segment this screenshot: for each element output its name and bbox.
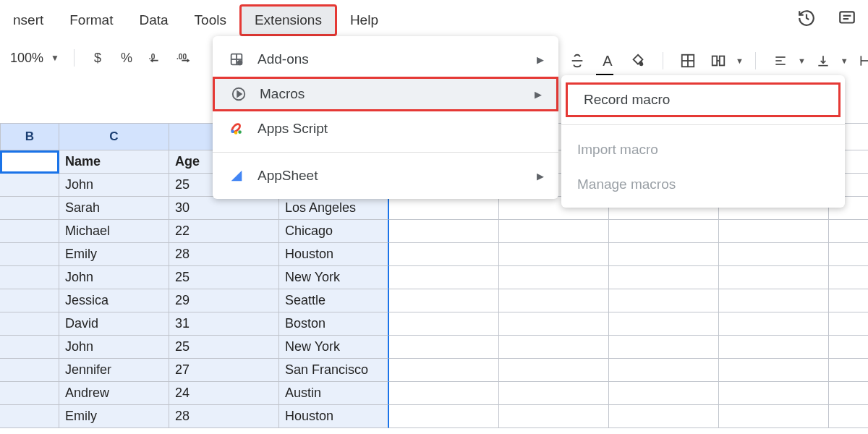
borders-button[interactable] <box>675 48 701 74</box>
cell[interactable] <box>389 405 499 428</box>
zoom-selector[interactable]: 100% ▼ <box>6 51 64 66</box>
cell[interactable] <box>499 359 609 382</box>
cell[interactable] <box>0 289 59 312</box>
cell[interactable] <box>609 359 719 382</box>
cell[interactable]: Emily <box>59 243 169 266</box>
merge-cells-button[interactable] <box>705 48 731 74</box>
cell[interactable]: Austin <box>279 382 389 405</box>
menu-tools[interactable]: Tools <box>182 7 239 34</box>
comments-icon[interactable] <box>836 7 858 29</box>
import-macro-item[interactable]: Import macro <box>561 132 845 167</box>
decrease-decimal-button[interactable]: .0 <box>142 45 169 71</box>
cell[interactable] <box>829 359 868 382</box>
manage-macros-item[interactable]: Manage macros <box>561 167 845 202</box>
cell[interactable] <box>719 405 829 428</box>
cell[interactable] <box>829 405 868 428</box>
cell[interactable]: 29 <box>169 289 279 312</box>
extensions-appsheet[interactable]: AppSheet ▶ <box>213 158 558 193</box>
menu-format[interactable]: Format <box>56 7 126 34</box>
cell[interactable] <box>829 220 868 243</box>
cell[interactable]: 28 <box>169 243 279 266</box>
cell[interactable] <box>609 289 719 312</box>
cell[interactable]: David <box>59 312 169 336</box>
cell[interactable] <box>499 220 609 243</box>
cell[interactable]: Seattle <box>279 289 389 312</box>
cell[interactable]: Boston <box>279 312 389 336</box>
cell[interactable]: 25 <box>169 336 279 359</box>
menu-help[interactable]: Help <box>337 7 391 34</box>
cell[interactable] <box>0 359 59 382</box>
cell[interactable] <box>719 359 829 382</box>
cell[interactable] <box>389 243 499 266</box>
cell[interactable] <box>389 382 499 405</box>
cell[interactable]: 30 <box>169 197 279 220</box>
cell[interactable] <box>719 220 829 243</box>
cell[interactable] <box>609 243 719 266</box>
cell[interactable] <box>389 336 499 359</box>
cell[interactable] <box>389 220 499 243</box>
cell-active[interactable] <box>0 150 59 174</box>
cell[interactable] <box>389 289 499 312</box>
cell[interactable]: 28 <box>169 405 279 428</box>
cell[interactable] <box>0 405 59 428</box>
extensions-addons[interactable]: Add-ons ▶ <box>213 42 558 77</box>
cell[interactable] <box>0 266 59 289</box>
cell[interactable] <box>0 336 59 359</box>
currency-button[interactable]: $ <box>85 45 111 71</box>
cell[interactable]: Houston <box>279 405 389 428</box>
cell[interactable]: Jennifer <box>59 359 169 382</box>
vertical-align-button[interactable] <box>810 48 836 74</box>
increase-decimal-button[interactable]: .00 <box>171 45 197 71</box>
cell[interactable]: Sarah <box>59 197 169 220</box>
history-icon[interactable] <box>796 7 817 29</box>
cell[interactable]: John <box>59 174 169 197</box>
text-wrap-button[interactable] <box>853 48 868 74</box>
cell[interactable]: Chicago <box>279 220 389 243</box>
extensions-macros[interactable]: Macros ▶ <box>213 77 558 111</box>
cell[interactable] <box>0 312 59 336</box>
cell[interactable]: San Francisco <box>279 359 389 382</box>
record-macro-item[interactable]: Record macro <box>566 82 841 117</box>
cell[interactable] <box>609 220 719 243</box>
cell[interactable] <box>0 174 59 197</box>
cell[interactable] <box>609 312 719 336</box>
cell[interactable] <box>389 312 499 336</box>
cell[interactable] <box>719 243 829 266</box>
cell[interactable] <box>389 266 499 289</box>
menu-data[interactable]: Data <box>126 7 181 34</box>
menu-extensions[interactable]: Extensions <box>239 4 337 36</box>
cell[interactable] <box>829 266 868 289</box>
cell[interactable] <box>829 243 868 266</box>
cell[interactable] <box>829 312 868 336</box>
cell[interactable] <box>389 359 499 382</box>
cell[interactable]: John <box>59 336 169 359</box>
cell[interactable] <box>0 382 59 405</box>
column-header-c[interactable]: C <box>59 123 169 150</box>
cell[interactable] <box>829 382 868 405</box>
cell[interactable] <box>609 382 719 405</box>
cell[interactable]: Andrew <box>59 382 169 405</box>
cell[interactable] <box>0 197 59 220</box>
cell[interactable] <box>609 336 719 359</box>
strikethrough-button[interactable] <box>564 48 590 74</box>
cell[interactable] <box>719 266 829 289</box>
cell[interactable]: New York <box>279 336 389 359</box>
cell[interactable]: Los Angeles <box>279 197 389 220</box>
cell[interactable]: Name <box>59 150 169 174</box>
cell[interactable]: Emily <box>59 405 169 428</box>
text-color-button[interactable]: A <box>595 48 621 74</box>
cell[interactable] <box>499 405 609 428</box>
cell[interactable] <box>0 243 59 266</box>
menu-insert[interactable]: nsert <box>0 7 56 34</box>
cell[interactable] <box>829 289 868 312</box>
column-header-b[interactable]: B <box>0 123 59 150</box>
cell[interactable]: 27 <box>169 359 279 382</box>
cell[interactable] <box>609 405 719 428</box>
cell[interactable] <box>719 289 829 312</box>
cell[interactable]: Houston <box>279 243 389 266</box>
horizontal-align-button[interactable] <box>767 48 793 74</box>
cell[interactable]: Michael <box>59 220 169 243</box>
cell[interactable]: 25 <box>169 266 279 289</box>
cell[interactable]: John <box>59 266 169 289</box>
cell[interactable] <box>609 266 719 289</box>
